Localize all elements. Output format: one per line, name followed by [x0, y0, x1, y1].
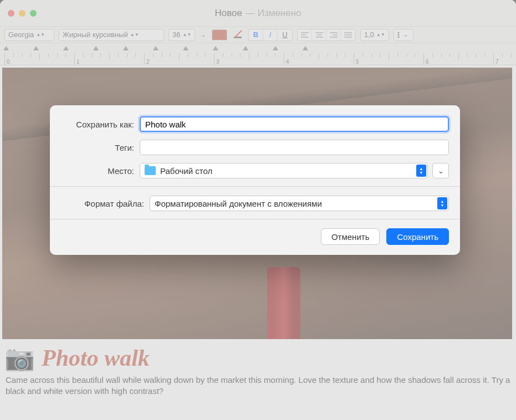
line-spacing-select[interactable]: 1,0 ▲▼: [360, 29, 389, 41]
heading-row: 📷 Photo walk: [0, 339, 516, 373]
cancel-button-label: Отменить: [331, 232, 370, 242]
save-as-input[interactable]: [140, 116, 449, 132]
save-button[interactable]: Сохранить: [386, 228, 449, 245]
tab-stop-marker[interactable]: [33, 46, 39, 50]
toolbar: Georgia ▲▼ Жирный курсивный ▲▼ 36 ▲▼ ⌄ B…: [0, 27, 516, 43]
align-justify-button[interactable]: [341, 29, 355, 40]
chevron-down-icon: ⌄: [438, 167, 444, 175]
location-label: Место:: [61, 166, 140, 176]
italic-button[interactable]: I: [263, 29, 278, 40]
expand-dialog-button[interactable]: ⌄: [432, 163, 449, 178]
cancel-button[interactable]: Отменить: [321, 228, 380, 245]
location-select[interactable]: Рабочий стол ▲▼: [140, 163, 428, 178]
traffic-lights: [8, 10, 37, 17]
updown-arrows-icon: ▲▼: [182, 34, 191, 36]
window-title-text: Новое: [214, 8, 242, 19]
align-center-button[interactable]: [312, 29, 326, 40]
font-size-select[interactable]: 36 ▲▼: [168, 29, 195, 41]
tab-ruler[interactable]: [0, 43, 516, 53]
tab-stop-marker[interactable]: [123, 46, 129, 50]
app-window: Новое — Изменено Georgia ▲▼ Жирный курси…: [0, 0, 516, 420]
divider: [50, 186, 460, 187]
file-format-select[interactable]: Форматированный документ с вложениями ▲▼: [150, 196, 449, 211]
updown-arrows-icon: ▲▼: [416, 165, 426, 177]
font-size-value: 36: [172, 30, 180, 39]
svg-point-14: [398, 32, 400, 33]
window-title: Новое — Изменено: [214, 8, 301, 19]
file-format-label: Формат файла:: [61, 199, 150, 208]
folder-icon: [145, 166, 156, 175]
close-window-button[interactable]: [8, 10, 14, 17]
align-left-button[interactable]: [298, 29, 312, 40]
document-heading[interactable]: Photo walk: [42, 345, 150, 371]
pencil-slash-icon: [233, 30, 243, 40]
updown-arrows-icon: ▲▼: [437, 197, 447, 209]
tab-stop-marker[interactable]: [63, 46, 69, 50]
font-family-select[interactable]: Georgia ▲▼: [4, 29, 54, 41]
tab-stop-marker[interactable]: [153, 46, 159, 50]
text-style-group: B I U: [248, 29, 293, 41]
chevron-down-icon[interactable]: ⌄: [200, 32, 207, 38]
zoom-window-button[interactable]: [30, 10, 37, 17]
tags-label: Теги:: [61, 143, 140, 152]
alignment-group: [297, 29, 356, 41]
text-color-swatch[interactable]: [212, 29, 227, 40]
updown-arrows-icon: ▲▼: [36, 34, 45, 36]
font-style-value: Жирный курсивный: [63, 30, 128, 39]
bold-button[interactable]: B: [249, 29, 263, 40]
tab-stop-marker[interactable]: [183, 46, 188, 50]
tab-stop-marker[interactable]: [303, 46, 308, 50]
document-body[interactable]: Came across this beautiful wall while wa…: [0, 373, 516, 403]
tab-stop-marker[interactable]: [213, 46, 218, 50]
tags-input[interactable]: [140, 140, 449, 155]
tab-stop-marker[interactable]: [93, 46, 99, 50]
updown-arrows-icon: ▲▼: [130, 34, 139, 36]
divider: [50, 219, 460, 219]
minimize-window-button[interactable]: [19, 10, 25, 17]
camera-icon: 📷: [4, 344, 35, 372]
svg-point-16: [398, 34, 400, 35]
location-value: Рабочий стол: [160, 166, 212, 176]
font-family-value: Georgia: [8, 30, 34, 39]
bullet-list-icon: [397, 32, 400, 38]
highlight-color-button[interactable]: [232, 29, 244, 41]
svg-point-18: [398, 36, 400, 38]
window-modified-indicator: — Изменено: [246, 8, 302, 19]
save-dialog: Сохранить как: Теги: Место: Рабочий стол…: [50, 105, 460, 255]
updown-arrows-icon: ▲▼: [376, 34, 385, 36]
line-spacing-value: 1,0: [364, 30, 374, 39]
tab-stop-marker[interactable]: [273, 46, 278, 50]
underline-button[interactable]: U: [278, 29, 292, 40]
tab-stop-marker[interactable]: [3, 46, 9, 50]
align-right-button[interactable]: [326, 29, 341, 40]
font-style-select[interactable]: Жирный курсивный ▲▼: [59, 29, 164, 41]
tab-stop-marker[interactable]: [243, 46, 248, 50]
ruler[interactable]: [0, 53, 516, 65]
titlebar: Новое — Изменено: [0, 0, 516, 27]
save-as-label: Сохранить как:: [61, 120, 140, 129]
file-format-value: Форматированный документ с вложениями: [155, 199, 322, 208]
list-style-button[interactable]: ⌄: [394, 29, 413, 41]
chevron-down-icon: ⌄: [402, 32, 410, 38]
save-button-label: Сохранить: [397, 232, 438, 242]
